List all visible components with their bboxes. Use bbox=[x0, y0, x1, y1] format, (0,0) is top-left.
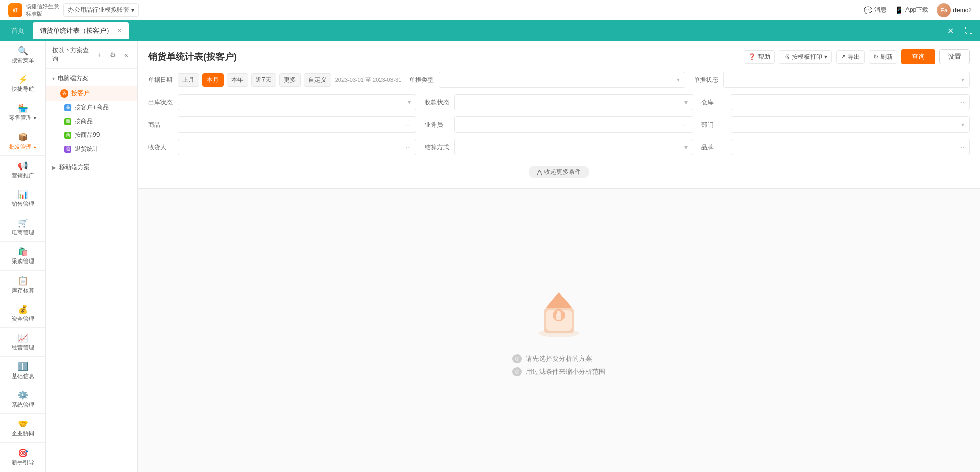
logo-area: 好 畅捷信好生意 标准版 bbox=[8, 3, 59, 17]
header-left: 好 畅捷信好生意 标准版 办公用品行业模拟账套 ▾ bbox=[8, 3, 139, 17]
ecommerce-icon: 🛒 bbox=[18, 218, 28, 228]
corp-icon: 🤝 bbox=[18, 419, 28, 429]
sidebar-item-retail[interactable]: 🏪 零售管理 ▾ bbox=[0, 98, 45, 127]
date-btn-this-year[interactable]: 本年 bbox=[227, 73, 248, 87]
avatar: Ea bbox=[937, 3, 951, 17]
scheme-group-mobile-header[interactable]: ▶ 移动端方案 bbox=[46, 160, 137, 175]
date-btn-this-month[interactable]: 本月 bbox=[202, 73, 224, 87]
sidebar-item-corp[interactable]: 🤝 企业协同 bbox=[0, 414, 45, 442]
system-icon: ⚙️ bbox=[18, 390, 28, 400]
scheme-item-by-customer[interactable]: 客 按客户 bbox=[46, 86, 137, 101]
filter-row-4: 收货人 ··· 结算方式 ▾ 品牌 bbox=[148, 139, 970, 155]
sidebar-item-purchase[interactable]: 🛍️ 采购管理 bbox=[0, 242, 45, 270]
date-btn-custom[interactable]: 自定义 bbox=[304, 73, 331, 87]
brand-label: 品牌 bbox=[701, 143, 727, 152]
empty-illustration bbox=[528, 285, 590, 346]
basic-icon: ℹ️ bbox=[18, 362, 28, 371]
scheme-settings-btn[interactable]: ⚙ bbox=[108, 50, 118, 60]
tab-home[interactable]: 首页 bbox=[4, 22, 32, 39]
filter-title-row: 销货单统计表(按客户) ❓ 帮助 🖨 按模板打印 ▾ ↗ bbox=[148, 49, 970, 64]
scheme-item-icon-cg: 品 bbox=[64, 104, 71, 111]
industry-selector[interactable]: 办公用品行业模拟账套 ▾ bbox=[63, 3, 139, 17]
sidebar-item-basic[interactable]: ℹ️ 基础信息 bbox=[0, 357, 45, 385]
pay-status-input[interactable]: ▾ bbox=[454, 94, 693, 110]
brand-input[interactable]: ··· bbox=[731, 139, 970, 155]
message-icon: 💬 bbox=[864, 6, 872, 14]
dept-label: 部门 bbox=[701, 121, 727, 129]
dots-icon: ··· bbox=[959, 144, 964, 151]
header-right: 💬 消息 📱 App下载 Ea demo2 bbox=[864, 3, 972, 17]
inventory-icon: 📋 bbox=[18, 276, 28, 286]
filter-item-date: 单据日期 上月 本月 本年 近7天 更多 自定义 2023-03-01 至 20… bbox=[148, 73, 401, 87]
scheme-group-desktop: ▾ 电脑端方案 客 按客户 品 按客户+商品 商 按商品 商 按商品99 bbox=[46, 69, 137, 158]
scheme-group-desktop-header[interactable]: ▾ 电脑端方案 bbox=[46, 71, 137, 86]
date-filter: 上月 本月 本年 近7天 更多 自定义 bbox=[178, 73, 331, 87]
search-icon: 🔍 bbox=[18, 46, 28, 56]
filter-row-1: 单据日期 上月 本月 本年 近7天 更多 自定义 2023-03-01 至 20… bbox=[148, 72, 970, 88]
sidebar-item-operation[interactable]: 📈 经营管理 bbox=[0, 328, 45, 357]
tab-close-window-btn[interactable]: ✕ bbox=[943, 23, 958, 38]
sidebar-item-newbie[interactable]: 🎯 新手引导 bbox=[0, 443, 45, 471]
message-btn[interactable]: 💬 消息 bbox=[864, 6, 887, 14]
filter-item-doc-type: 单据类型 ▾ bbox=[409, 72, 685, 88]
user-area[interactable]: Ea demo2 bbox=[937, 3, 972, 17]
chevron-down-icon: ▾ bbox=[677, 76, 680, 83]
out-status-input[interactable]: ▾ bbox=[178, 94, 416, 110]
download-icon: 📱 bbox=[895, 6, 903, 14]
tab-maximize-btn[interactable]: ⛶ bbox=[962, 23, 976, 38]
sidebar-item-quick-nav[interactable]: ⚡ 快捷导航 bbox=[0, 69, 45, 98]
help-btn[interactable]: ❓ 帮助 bbox=[744, 50, 775, 64]
filter-item-brand: 品牌 ··· bbox=[701, 139, 970, 155]
expand-icon2: ▴ bbox=[34, 144, 36, 150]
sidebar-item-inventory[interactable]: 📋 库存核算 bbox=[0, 271, 45, 299]
dots-icon: ··· bbox=[959, 99, 964, 106]
chevron-down-icon: ▾ bbox=[684, 144, 688, 151]
dept-input[interactable]: ▾ bbox=[731, 116, 970, 133]
payment-method-input[interactable]: ▾ bbox=[454, 139, 693, 155]
sidebar-item-system[interactable]: ⚙️ 系统管理 bbox=[0, 385, 45, 414]
sidebar-item-sales[interactable]: 📊 销售管理 bbox=[0, 184, 45, 213]
receiver-input[interactable]: ··· bbox=[178, 139, 416, 155]
tab-bar: 首页 销货单统计表（按客户） × ✕ ⛶ bbox=[0, 20, 980, 41]
dots-icon: ··· bbox=[406, 144, 411, 151]
settings-button[interactable]: 设置 bbox=[939, 49, 970, 64]
query-button[interactable]: 查询 bbox=[901, 49, 935, 64]
sidebar-item-finance[interactable]: 💰 资金管理 bbox=[0, 299, 45, 328]
scheme-collapse-btn[interactable]: « bbox=[121, 50, 131, 60]
chevron-right-icon: ▶ bbox=[52, 164, 56, 170]
sidebar-item-search[interactable]: 🔍 搜索菜单 bbox=[0, 41, 45, 69]
sidebar-item-wholesale[interactable]: 📦 批发管理 ▴ bbox=[0, 127, 45, 156]
scheme-item-return-stat[interactable]: 退 退货统计 bbox=[46, 142, 137, 156]
scheme-item-icon-goods99: 商 bbox=[64, 132, 71, 139]
refresh-btn[interactable]: ↻ 刷新 bbox=[869, 50, 897, 64]
scheme-add-btn[interactable]: + bbox=[94, 50, 105, 60]
expand-icon: ▾ bbox=[34, 115, 36, 121]
template-print-btn[interactable]: 🖨 按模板打印 ▾ bbox=[779, 50, 832, 64]
app-download-btn[interactable]: 📱 App下载 bbox=[895, 6, 928, 14]
doc-type-input[interactable]: ▾ bbox=[439, 72, 685, 88]
export-btn[interactable]: ↗ 导出 bbox=[836, 50, 865, 64]
tab-active[interactable]: 销货单统计表（按客户） × bbox=[33, 22, 129, 39]
filter-item-pay-status: 收款状态 ▾ bbox=[425, 94, 693, 110]
finance-icon: 💰 bbox=[18, 304, 28, 314]
sidebar-item-ecommerce[interactable]: 🛒 电商管理 bbox=[0, 213, 45, 242]
scheme-item-icon-return: 退 bbox=[64, 146, 71, 153]
sidebar-item-marketing[interactable]: 📢 营销推广 bbox=[0, 156, 45, 184]
date-btn-more[interactable]: 更多 bbox=[279, 73, 301, 87]
scheme-item-icon-customer: 客 bbox=[60, 89, 68, 98]
scheme-item-customer-goods[interactable]: 品 按客户+商品 bbox=[46, 101, 137, 114]
scheme-item-goods99[interactable]: 商 按商品99 bbox=[46, 128, 137, 142]
warehouse-input[interactable]: ··· bbox=[731, 94, 970, 110]
doc-status-input[interactable]: ▾ bbox=[723, 72, 970, 88]
salesperson-input[interactable]: ··· bbox=[454, 116, 693, 133]
tab-close-btn[interactable]: × bbox=[118, 27, 121, 34]
collapse-btn[interactable]: ⋀ 收起更多条件 bbox=[529, 166, 589, 178]
date-btn-last7[interactable]: 近7天 bbox=[251, 73, 276, 87]
goods-input[interactable]: ··· bbox=[178, 116, 416, 133]
date-btn-last-month[interactable]: 上月 bbox=[178, 73, 199, 87]
empty-tip-2: ② 用过滤条件来缩小分析范围 bbox=[512, 367, 605, 376]
chevron-down-icon: ▾ bbox=[52, 76, 55, 81]
warehouse-label: 仓库 bbox=[701, 98, 727, 107]
scheme-item-by-goods[interactable]: 商 按商品 bbox=[46, 114, 137, 128]
chevron-down-icon: ▾ bbox=[684, 99, 688, 106]
